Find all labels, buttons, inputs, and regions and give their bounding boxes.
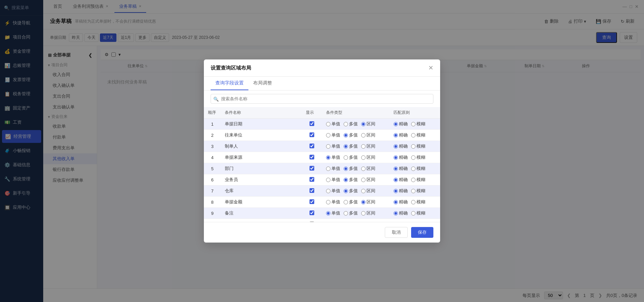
cell-show[interactable] [302, 130, 322, 141]
cell-order: 3 [204, 141, 221, 152]
cell-order: 6 [204, 174, 221, 185]
cell-match: 精确模糊 [390, 130, 440, 141]
cell-show[interactable] [302, 219, 322, 222]
cell-order: 7 [204, 185, 221, 197]
cell-show[interactable] [302, 208, 322, 219]
cell-show[interactable] [302, 185, 322, 197]
tab-layout[interactable]: 布局调整 [248, 77, 277, 90]
cell-name: 单据日期 [221, 119, 302, 130]
cell-name: 部门 [221, 163, 302, 174]
cell-type: 单值多值区间 [322, 141, 390, 152]
cell-order: 2 [204, 130, 221, 141]
cell-name: 仓库 [221, 185, 302, 197]
cell-name: 往来单位 [221, 130, 302, 141]
dialog-overlay: 设置查询区域布局 ✕ 查询字段设置 布局调整 🔍 顺序 条件名称 [0, 0, 644, 302]
dialog-close-button[interactable]: ✕ [428, 64, 433, 72]
show-checkbox-6[interactable] [310, 177, 314, 182]
show-checkbox-4[interactable] [310, 155, 314, 159]
table-row: 5 部门 单值多值区间 精确模糊 [204, 163, 440, 174]
th-order: 顺序 [204, 107, 221, 119]
condition-search-input[interactable] [211, 94, 433, 104]
cell-order: 8 [204, 197, 221, 208]
cell-show[interactable] [302, 152, 322, 163]
cell-order: 9 [204, 208, 221, 219]
cell-type: 单值多值区间 [322, 208, 390, 219]
cell-order: 5 [204, 163, 221, 174]
cell-name: 单据编号 [221, 219, 302, 222]
show-checkbox-5[interactable] [310, 166, 314, 171]
tab-field-settings[interactable]: 查询字段设置 [211, 77, 248, 90]
table-row: 4 单据来源 单值多值区间 精确模糊 [204, 152, 440, 163]
cell-name: 单据金额 [221, 197, 302, 208]
cell-type: 单值多值区间 [322, 163, 390, 174]
cell-match: 精确模糊 [390, 119, 440, 130]
table-row: 10 单据编号 单值多值区间 精确模糊 [204, 219, 440, 222]
show-checkbox-8[interactable] [310, 199, 314, 204]
cell-type: 单值多值区间 [322, 219, 390, 222]
dialog-save-button[interactable]: 保存 [411, 227, 433, 238]
show-checkbox-1[interactable] [310, 121, 314, 126]
cell-type: 单值多值区间 [322, 185, 390, 197]
table-row: 3 制单人 单值多值区间 精确模糊 [204, 141, 440, 152]
cell-show[interactable] [302, 141, 322, 152]
th-type: 条件类型 [322, 107, 390, 119]
table-row: 7 仓库 单值多值区间 精确模糊 [204, 185, 440, 197]
cell-match: 精确模糊 [390, 208, 440, 219]
cell-type: 单值多值区间 [322, 197, 390, 208]
cell-type: 单值多值区间 [322, 130, 390, 141]
show-checkbox-9[interactable] [310, 210, 314, 215]
table-row: 2 往来单位 单值多值区间 精确模糊 [204, 130, 440, 141]
dialog-tabs: 查询字段设置 布局调整 [204, 77, 440, 91]
cell-type: 单值多值区间 [322, 119, 390, 130]
cell-name: 制单人 [221, 141, 302, 152]
table-row: 8 单据金额 单值多值区间 精确模糊 [204, 197, 440, 208]
settings-dialog: 设置查询区域布局 ✕ 查询字段设置 布局调整 🔍 顺序 条件名称 [204, 59, 440, 243]
cell-show[interactable] [302, 174, 322, 185]
cancel-button[interactable]: 取消 [385, 227, 408, 238]
table-row: 1 单据日期 单值多值区间 精确模糊 [204, 119, 440, 130]
settings-table-container: 顺序 条件名称 显示 条件类型 匹配原则 1 单据日期 单值多值区间 精确模糊 … [204, 107, 440, 222]
th-match: 匹配原则 [390, 107, 440, 119]
dialog-title: 设置查询区域布局 [211, 65, 251, 71]
cell-match: 精确模糊 [390, 152, 440, 163]
dialog-header: 设置查询区域布局 ✕ [204, 59, 440, 77]
table-row: 6 业务员 单值多值区间 精确模糊 [204, 174, 440, 185]
cell-match: 精确模糊 [390, 197, 440, 208]
cell-order: 10 [204, 219, 221, 222]
dialog-footer: 取消 保存 [204, 222, 440, 243]
cell-order: 1 [204, 119, 221, 130]
show-checkbox-2[interactable] [310, 132, 314, 137]
cell-type: 单值多值区间 [322, 152, 390, 163]
cell-type: 单值多值区间 [322, 174, 390, 185]
cell-show[interactable] [302, 119, 322, 130]
cell-show[interactable] [302, 197, 322, 208]
search-icon: 🔍 [213, 96, 219, 101]
cell-name: 备注 [221, 208, 302, 219]
show-checkbox-3[interactable] [310, 144, 314, 148]
cell-match: 精确模糊 [390, 185, 440, 197]
cell-match: 精确模糊 [390, 141, 440, 152]
dialog-search-area: 🔍 [204, 91, 440, 107]
table-row: 9 备注 单值多值区间 精确模糊 [204, 208, 440, 219]
show-checkbox-7[interactable] [310, 188, 314, 193]
cell-name: 业务员 [221, 174, 302, 185]
cell-show[interactable] [302, 163, 322, 174]
dialog-body: 查询字段设置 布局调整 🔍 顺序 条件名称 显示 条件类型 [204, 77, 440, 222]
cell-match: 精确模糊 [390, 174, 440, 185]
cell-name: 单据来源 [221, 152, 302, 163]
cell-order: 4 [204, 152, 221, 163]
cell-match: 精确模糊 [390, 163, 440, 174]
settings-table: 顺序 条件名称 显示 条件类型 匹配原则 1 单据日期 单值多值区间 精确模糊 … [204, 107, 440, 222]
cell-match: 精确模糊 [390, 219, 440, 222]
th-name: 条件名称 [221, 107, 302, 119]
th-show: 显示 [302, 107, 322, 119]
